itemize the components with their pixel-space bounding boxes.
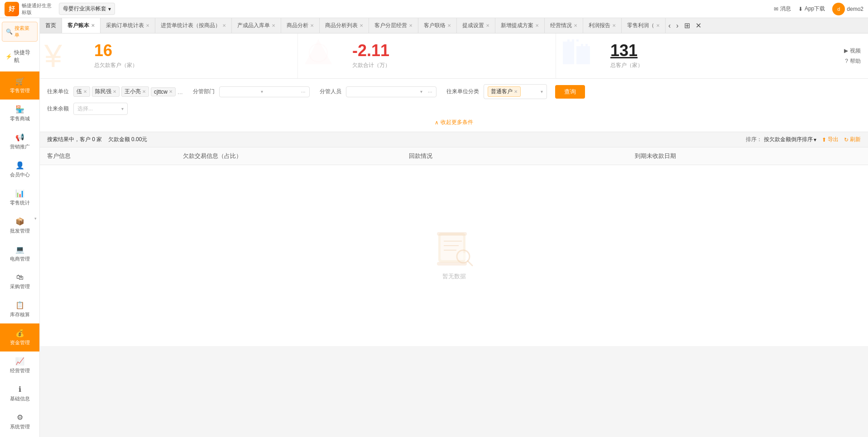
sidebar-item-retail-stats[interactable]: 📊 零售统计 [0, 184, 39, 212]
collapse-btn[interactable]: ∧ 收起更多条件 [435, 119, 473, 126]
close-tab-new-commission[interactable]: ✕ [535, 23, 539, 28]
sidebar-item-wholesale[interactable]: 📦 批发管理 ▾ [0, 212, 39, 240]
close-tab-commission[interactable]: ✕ [486, 23, 489, 28]
tab-home[interactable]: 首页 [40, 18, 62, 33]
tab-goods-list[interactable]: 商品分析列表 ✕ [320, 18, 369, 33]
tab-nav-left[interactable]: ‹ [666, 22, 673, 30]
sidebar-item-system[interactable]: ⚙ 系统管理 [0, 408, 39, 436]
quick-nav-btn[interactable]: ⚡ 快捷导航 [0, 45, 39, 68]
close-tab-profit[interactable]: ✕ [612, 23, 616, 28]
tab-commission[interactable]: 提成设置 ✕ [457, 18, 495, 33]
person-chevron: ▾ [420, 89, 422, 94]
finance-icon: 💰 [15, 329, 24, 337]
remove-tag-cjttcw[interactable]: ✕ [169, 89, 173, 94]
class-select[interactable]: 普通客户 ✕ ▾ [484, 84, 547, 99]
filter-tag-wu[interactable]: 伍 ✕ [73, 86, 90, 97]
tab-close-all[interactable]: ✕ [693, 21, 704, 30]
filter-tag-chen[interactable]: 陈民强 ✕ [92, 86, 120, 97]
sidebar-item-finance[interactable]: 💰 资金管理 [0, 323, 39, 352]
top-bar-right: ✉ 消息 ⬇ App下载 d demo2 [774, 3, 863, 15]
export-btn[interactable]: ⬆ 导出 [822, 136, 839, 143]
tab-expand[interactable]: ⊞ [681, 21, 693, 30]
sidebar-search[interactable]: 🔍 搜索菜单 [2, 22, 38, 42]
sort-label[interactable]: 按欠款金额倒序排序 ▾ [764, 136, 816, 143]
collapse-icon: ∧ [435, 119, 439, 126]
export-icon: ⬆ [822, 137, 826, 143]
tab-customer-layer[interactable]: 客户分层经营 ✕ [369, 18, 418, 33]
sidebar-item-retail[interactable]: 🛒 零售管理 [0, 71, 39, 100]
filter-area: 往来单位 伍 ✕ 陈民强 ✕ 王小亮 [40, 79, 868, 132]
sidebar-item-purchase[interactable]: 🛍 采购管理 [0, 268, 39, 295]
sidebar-item-marketing[interactable]: 📢 营销推广 [0, 128, 39, 156]
dept-dots[interactable]: ··· [301, 89, 306, 95]
stat-customers-value: 131 [610, 43, 643, 59]
close-tab-accounts[interactable]: ✕ [91, 23, 95, 28]
svg-point-15 [460, 253, 467, 260]
remove-tag-normal[interactable]: ✕ [514, 89, 518, 94]
system-icon: ⚙ [17, 413, 23, 422]
tab-goods[interactable]: 商品分析 ✕ [281, 18, 320, 33]
sidebar-item-operations[interactable]: 📈 经营管理 [0, 352, 39, 380]
more-tags-btn[interactable]: ... [177, 88, 183, 95]
query-btn[interactable]: 查询 [555, 85, 585, 99]
person-select[interactable]: ▾ ··· [346, 86, 436, 97]
filter-tag-wang[interactable]: 王小亮 ✕ [121, 86, 149, 97]
sidebar-item-ecommerce[interactable]: 💻 电商管理 [0, 240, 39, 268]
results-count: 0 [92, 136, 95, 142]
sidebar-item-store[interactable]: 🏪 零售商城 [0, 100, 39, 128]
close-tab-goods-list[interactable]: ✕ [360, 23, 363, 28]
class-chevron: ▾ [541, 89, 543, 94]
close-tab-goods[interactable]: ✕ [310, 23, 314, 28]
close-tab-purchase[interactable]: ✕ [146, 23, 149, 28]
tab-production[interactable]: 产成品入库单 ✕ [232, 18, 281, 33]
app-download-btn[interactable]: ⬇ App下载 [798, 5, 825, 13]
sort-selector[interactable]: 排序： 按欠款金额倒序排序 ▾ [746, 136, 816, 143]
close-tab-production[interactable]: ✕ [272, 23, 275, 28]
sidebar-item-member[interactable]: 👤 会员中心 [0, 156, 39, 184]
filter-tag-normal[interactable]: 普通客户 ✕ [488, 86, 521, 97]
search-icon: 🔍 [6, 28, 13, 35]
remove-tag-wang[interactable]: ✕ [142, 89, 146, 94]
results-info: 搜索结果中，客户 0 家 欠款金额 0.00元 [47, 136, 147, 143]
empty-text: 暂无数据 [442, 272, 466, 280]
remove-tag-chen[interactable]: ✕ [113, 89, 116, 94]
download-icon: ⬇ [798, 6, 803, 12]
filter-row-1: 往来单位 伍 ✕ 陈民强 ✕ 王小亮 [47, 84, 861, 99]
close-tab-contact[interactable]: ✕ [447, 23, 451, 28]
filter-row-2: 往来余额 选择... ▾ [47, 103, 861, 115]
tab-purchase[interactable]: 采购订单统计表 ✕ [101, 18, 155, 33]
tab-accounts[interactable]: 客户账本 ✕ [62, 18, 101, 33]
filter-label-class: 往来单位分类 [446, 88, 479, 95]
message-btn[interactable]: ✉ 消息 [774, 5, 791, 13]
close-tab-stock[interactable]: ✕ [222, 23, 226, 28]
tab-contact[interactable]: 客户联络 ✕ [418, 18, 457, 33]
sidebar-item-inventory[interactable]: 📋 库存核算 [0, 295, 39, 323]
account-selector[interactable]: 母婴行业演示帐套 ▾ [59, 3, 115, 15]
sidebar-item-basic[interactable]: ℹ 基础信息 [0, 380, 39, 408]
filter-tag-cjttcw[interactable]: cjttcw ✕ [151, 87, 176, 96]
remove-tag-wu[interactable]: ✕ [83, 89, 87, 94]
tab-profit[interactable]: 利润报告 ✕ [583, 18, 622, 33]
tab-retail[interactable]: 零售利润（ ✕ [622, 18, 666, 33]
tab-operation[interactable]: 经营情况 ✕ [545, 18, 583, 33]
svg-rect-18 [437, 262, 467, 266]
person-dots[interactable]: ··· [428, 89, 432, 95]
help-btn[interactable]: ? 帮助 [845, 57, 861, 65]
balance-select[interactable]: 选择... ▾ [73, 103, 128, 115]
close-tab-operation[interactable]: ✕ [574, 23, 577, 28]
tab-nav-right[interactable]: › [673, 22, 681, 30]
svg-point-1 [309, 44, 327, 62]
refresh-btn[interactable]: ↻ 刷新 [844, 136, 861, 143]
dept-select[interactable]: ▾ ··· [219, 86, 310, 97]
filter-tags: 伍 ✕ 陈民强 ✕ 王小亮 ✕ [73, 86, 183, 97]
filter-label-person: 分管人员 [320, 88, 341, 95]
svg-marker-0 [305, 39, 332, 64]
refresh-icon: ↻ [844, 137, 849, 143]
close-tab-customer-layer[interactable]: ✕ [409, 23, 412, 28]
user-menu[interactable]: d demo2 [832, 3, 863, 15]
video-btn[interactable]: ▶ 视频 [844, 47, 861, 55]
tab-new-commission[interactable]: 新增提成方案 ✕ [495, 18, 545, 33]
tab-stock[interactable]: 进货单统计表（按商品） ✕ [155, 18, 232, 33]
filter-label-unit: 往来单位 [47, 88, 69, 95]
close-tab-retail[interactable]: ✕ [656, 23, 660, 28]
